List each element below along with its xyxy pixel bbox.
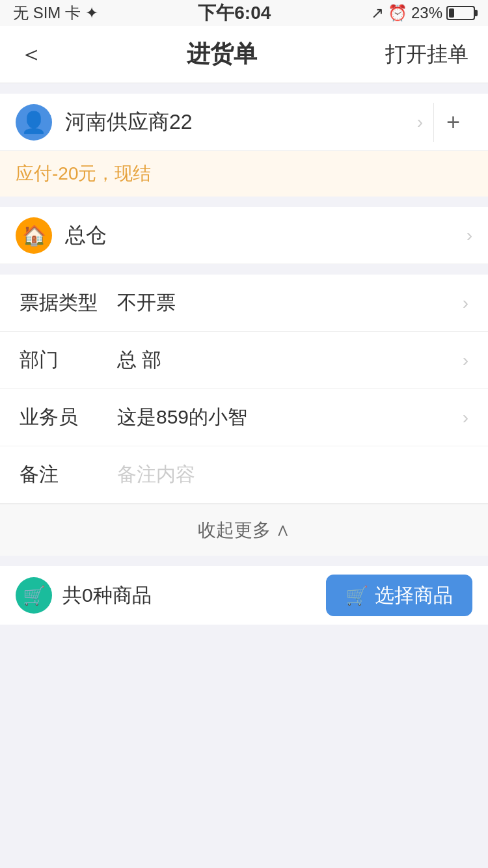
form-section: 票据类型 不开票 › 部门 总 部 › 业务员 这是859的小智 › 备注 备注…: [0, 275, 488, 556]
warehouse-row[interactable]: 🏠 总仓 ›: [0, 207, 488, 264]
section-gap-2: [0, 197, 488, 207]
remark-row[interactable]: 备注 备注内容: [0, 446, 488, 504]
section-gap-1: [0, 83, 488, 94]
cart-icon: 🛒: [23, 585, 46, 606]
battery-icon: [446, 6, 475, 20]
status-right: ↗ ⏰ 23%: [371, 4, 475, 22]
page-background: [0, 625, 488, 820]
cart-icon-wrap: 🛒: [16, 577, 52, 614]
page-title: 进货单: [187, 38, 257, 70]
select-product-label: 选择商品: [375, 582, 453, 609]
warehouse-icon: 🏠: [22, 224, 46, 247]
sim-label: 无 SIM 卡 ✦: [13, 3, 98, 23]
ticket-type-label: 票据类型: [20, 290, 111, 316]
ticket-type-value: 不开票: [111, 290, 463, 316]
chevron-right-icon: ›: [417, 112, 423, 133]
select-product-button[interactable]: 🛒 选择商品: [326, 575, 472, 616]
product-count-wrap: 🛒 共0种商品: [16, 577, 152, 614]
nav-bar: ＜ 进货单 打开挂单: [0, 26, 488, 83]
back-button[interactable]: ＜: [20, 38, 59, 70]
plus-icon: +: [446, 109, 460, 136]
product-count: 共0种商品: [62, 582, 152, 609]
collapse-button[interactable]: 收起更多 ∧: [0, 504, 488, 556]
warehouse-name: 总仓: [65, 221, 467, 250]
supplier-name: 河南供应商22: [65, 108, 417, 137]
remark-input[interactable]: 备注内容: [111, 461, 468, 488]
chevron-right-icon: ›: [467, 225, 472, 246]
select-product-icon: 🛒: [346, 585, 368, 606]
supplier-row[interactable]: 👤 河南供应商22 › +: [0, 94, 488, 151]
location-icon: ↗: [371, 4, 384, 22]
supplier-section: 👤 河南供应商22 › + 应付-20元，现结: [0, 94, 488, 197]
remark-label: 备注: [20, 461, 111, 488]
department-label: 部门: [20, 347, 111, 373]
warehouse-icon-wrap: 🏠: [16, 217, 52, 254]
add-supplier-button[interactable]: +: [433, 103, 472, 142]
chevron-right-icon: ›: [463, 407, 468, 428]
status-bar: 无 SIM 卡 ✦ 下午6:04 ↗ ⏰ 23%: [0, 0, 488, 26]
person-icon: 👤: [21, 110, 47, 135]
salesperson-label: 业务员: [20, 404, 111, 431]
bottom-section: 🛒 共0种商品 🛒 选择商品: [0, 566, 488, 625]
avatar: 👤: [16, 104, 52, 141]
open-pending-button[interactable]: 打开挂单: [385, 40, 468, 69]
ticket-type-row[interactable]: 票据类型 不开票 ›: [0, 275, 488, 332]
salesperson-row[interactable]: 业务员 这是859的小智 ›: [0, 389, 488, 446]
status-left: 无 SIM 卡 ✦: [13, 3, 98, 23]
battery-percent: 23%: [411, 4, 442, 22]
chevron-right-icon: ›: [463, 293, 468, 314]
status-time: 下午6:04: [198, 1, 271, 25]
chevron-right-icon: ›: [463, 350, 468, 371]
alarm-icon: ⏰: [388, 4, 407, 22]
department-value: 总 部: [111, 347, 463, 373]
salesperson-value: 这是859的小智: [111, 404, 463, 431]
section-gap-3: [0, 264, 488, 275]
department-row[interactable]: 部门 总 部 ›: [0, 332, 488, 389]
notice-banner: 应付-20元，现结: [0, 151, 488, 197]
